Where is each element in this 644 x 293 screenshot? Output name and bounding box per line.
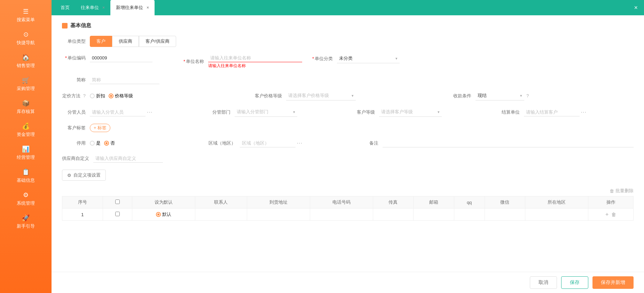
add-tag-button[interactable]: + 标签 [90, 124, 110, 132]
row-customer-tags: 客户标签 + 标签 [62, 124, 634, 132]
unit-category-select[interactable]: 未分类 ▾ [337, 54, 400, 63]
disabled-yes-option[interactable]: 是 [90, 140, 101, 146]
cancel-button[interactable]: 取消 [530, 276, 557, 289]
sidebar-item-label: 快捷导航 [17, 40, 35, 46]
col-default: 设为默认 [132, 196, 195, 209]
unit-code-input[interactable] [90, 54, 152, 62]
save-button[interactable]: 保存 [561, 276, 588, 289]
unit-name-input[interactable] [208, 54, 302, 62]
select-all-checkbox[interactable] [115, 200, 120, 204]
short-name-input[interactable] [90, 76, 159, 84]
settlement-unit-field: 结算单位 ··· [496, 108, 634, 116]
sidebar-item-quick-nav[interactable]: ⊙ 快捷导航 [0, 26, 52, 49]
remark-label: 备注 [355, 140, 383, 146]
pricing-help-icon[interactable]: ? [83, 93, 86, 98]
add-tag-label: + 标签 [94, 125, 107, 131]
sidebar-item-new-guide[interactable]: 🚀 新手引导 [0, 210, 52, 233]
sales-icon: 🏠 [22, 54, 30, 61]
custom-settings-button[interactable]: ⚙ 自定义项设置 [62, 170, 106, 181]
region-label: 区域（地区） [209, 140, 240, 146]
sidebar-item-biz-mgmt[interactable]: 📊 经营管理 [0, 141, 52, 164]
tab-partners-close[interactable]: × [102, 5, 105, 10]
region-more-btn[interactable]: ··· [296, 140, 304, 146]
sidebar-item-basic-info[interactable]: 📋 基础信息 [0, 164, 52, 187]
unit-type-both-btn[interactable]: 客户/供应商 [139, 36, 176, 47]
row-default-radio[interactable] [156, 212, 161, 217]
remark-input[interactable] [383, 139, 634, 147]
disabled-no-option[interactable]: 否 [104, 140, 115, 146]
row-default-cell: 默认 [132, 209, 195, 221]
section-title: 基本信息 [70, 22, 91, 29]
disabled-yes-radio[interactable] [90, 141, 95, 146]
pricing-discount-option[interactable]: 折扣 [90, 93, 105, 99]
contact-table: 序号 设为默认 联系人 到货地址 电话号码 传真 邮箱 qq 微信 所在地区 操… [62, 196, 634, 221]
guide-icon: 🚀 [22, 214, 30, 222]
sidebar-item-label: 基础信息 [17, 177, 35, 184]
customer-level-placeholder: 请选择客户等级 [381, 109, 436, 115]
unit-type-customer-btn[interactable]: 客户 [90, 36, 112, 47]
unit-name-wrap: 请输入往来单位名称 [208, 54, 302, 69]
supervisor-dept-placeholder: 请输入分管部门 [237, 109, 292, 115]
close-all-tabs-button[interactable]: × [631, 4, 641, 11]
row-wechat [485, 209, 525, 221]
payment-help-icon[interactable]: ? [526, 93, 529, 98]
sidebar-item-purchase-mgmt[interactable]: 🛒 采购管理 [0, 72, 52, 95]
sidebar-item-label: 新手引导 [17, 223, 35, 229]
supervisor-input[interactable] [90, 108, 146, 116]
unit-category-field: *单位分类 未分类 ▾ [309, 54, 634, 63]
supervisor-dept-field: 分管部门 请输入分管部门 ▾ [207, 107, 345, 117]
tab-partners[interactable]: 往来单位 × [75, 0, 110, 15]
supplier-custom-input[interactable] [93, 154, 163, 163]
customer-tags-label: 客户标签 [62, 125, 90, 131]
pricing-discount-label: 折扣 [96, 93, 105, 99]
disabled-field: 停用 是 否 [62, 140, 202, 146]
supervisor-more-btn[interactable]: ··· [146, 109, 154, 115]
sidebar-item-search-menu[interactable]: ☰ 搜索菜单 [0, 3, 52, 26]
customer-price-level-field: 客户价格等级 请选择客户价格等级 ▾ [255, 91, 441, 100]
save-and-new-button[interactable]: 保存并新增 [592, 276, 634, 289]
chevron-down-icon: ▾ [293, 110, 295, 114]
region-input[interactable] [240, 139, 296, 147]
disabled-no-radio[interactable] [104, 141, 109, 146]
customer-price-level-select[interactable]: 请选择客户价格等级 ▾ [286, 91, 356, 100]
supervisor-dept-select[interactable]: 请输入分管部门 ▾ [235, 107, 297, 117]
unit-type-supplier-btn[interactable]: 供应商 [112, 36, 139, 47]
payment-terms-select[interactable]: 现结 ▾ [476, 91, 524, 100]
sidebar-item-sys-mgmt[interactable]: ⚙ 系统管理 [0, 187, 52, 210]
tab-new-partner-close[interactable]: × [147, 5, 149, 10]
sidebar: ☰ 搜索菜单 ⊙ 快捷导航 🏠 销售管理 🛒 采购管理 📦 库存核算 💰 资金管… [0, 0, 52, 293]
section-icon [62, 23, 68, 29]
row-contact [195, 209, 247, 221]
row-checkbox[interactable] [115, 212, 120, 216]
pricing-level-radio[interactable] [109, 93, 113, 98]
row-phone [310, 209, 373, 221]
settlement-unit-more-btn[interactable]: ··· [580, 109, 588, 115]
sidebar-item-label: 资金管理 [17, 131, 35, 138]
disabled-no-label: 否 [110, 140, 115, 146]
tab-new-partner[interactable]: 新增往来单位 × [110, 0, 155, 15]
tab-home[interactable]: 首页 [55, 0, 75, 15]
disabled-yes-label: 是 [96, 140, 101, 146]
table-actions: 🗑 批量删除 [62, 188, 634, 194]
sidebar-item-fund-mgmt[interactable]: 💰 资金管理 [0, 118, 52, 141]
tab-partners-label: 往来单位 [81, 5, 99, 11]
pricing-level-option[interactable]: 价格等级 [109, 93, 133, 99]
settlement-unit-label: 结算单位 [496, 109, 524, 115]
unit-name-error: 请输入往来单位名称 [208, 63, 302, 69]
batch-delete-icon: 🗑 [610, 188, 614, 194]
batch-delete-button[interactable]: 🗑 批量删除 [610, 188, 634, 194]
supervisor-label: 分管人员 [62, 109, 90, 115]
sidebar-item-sales-mgmt[interactable]: 🏠 销售管理 [0, 49, 52, 72]
biz-icon: 📊 [22, 145, 30, 153]
chevron-down-icon: ▾ [352, 93, 354, 98]
sidebar-item-stock-settle[interactable]: 📦 库存核算 [0, 95, 52, 118]
customer-level-select[interactable]: 请选择客户等级 ▾ [379, 107, 442, 117]
settlement-unit-input[interactable] [524, 108, 580, 116]
row-delete-icon[interactable]: 🗑 [611, 212, 616, 217]
row-add-icon[interactable]: + [605, 211, 608, 218]
short-name-label: 简称 [62, 77, 90, 83]
table-row: 1 默认 [62, 209, 634, 221]
row-default-radio-item[interactable]: 默认 [136, 211, 191, 218]
pricing-discount-radio[interactable] [90, 93, 95, 98]
row-address [247, 209, 310, 221]
